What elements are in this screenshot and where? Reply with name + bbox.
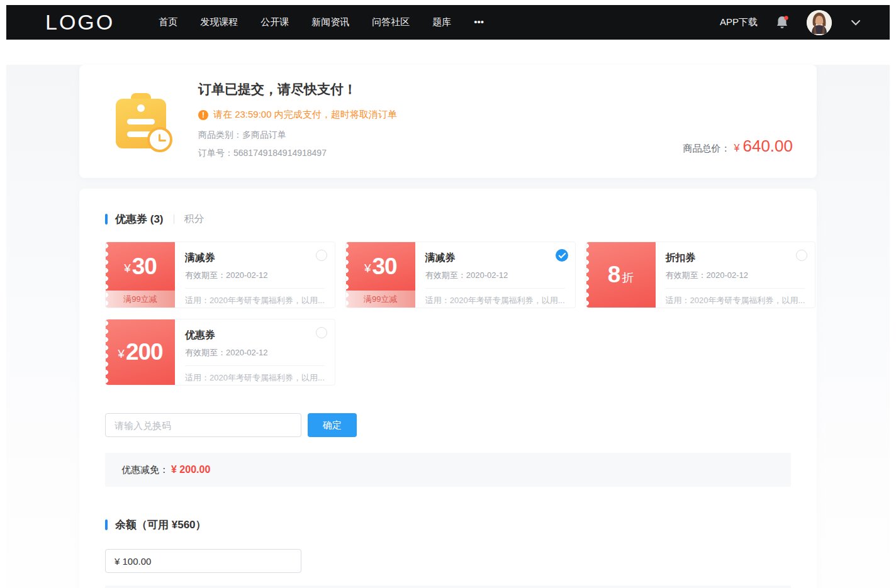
coupon-scope: 适用：2020年考研专属福利券，以用... bbox=[185, 372, 325, 384]
user-avatar[interactable] bbox=[807, 10, 832, 35]
app-download-link[interactable]: APP下载 bbox=[720, 16, 758, 28]
coupon-radio-unselected[interactable] bbox=[796, 250, 807, 261]
coupon-card-200-voucher[interactable]: ¥ 200 优惠券 有效期至：2020-02-12 适用：2020年考研专属福利… bbox=[105, 319, 335, 386]
nav-item-question-bank[interactable]: 题库 bbox=[432, 16, 451, 28]
order-category: 商品类别：多商品订单 bbox=[198, 130, 397, 141]
warning-icon: ! bbox=[198, 110, 208, 120]
clock-icon bbox=[147, 127, 172, 152]
discount-summary-strip: 优惠减免： ¥ 200.00 bbox=[105, 453, 791, 487]
logo[interactable]: LOGO bbox=[45, 10, 115, 35]
tab-points[interactable]: 积分 bbox=[184, 213, 204, 226]
tab-coupons[interactable]: 优惠券 (3) bbox=[115, 212, 164, 226]
next-summary-strip bbox=[105, 585, 791, 588]
nav-links: 首页 发现课程 公开课 新闻资讯 问答社区 题库 ••• bbox=[159, 16, 484, 28]
coupon-seal: ¥ 30 满99立减 bbox=[346, 242, 415, 308]
tab-divider bbox=[174, 214, 174, 224]
balance-section-header: 余额（可用 ¥560） bbox=[105, 518, 791, 532]
notification-bell-icon[interactable] bbox=[775, 15, 789, 30]
nav-item-qa-community[interactable]: 问答社区 bbox=[372, 16, 410, 28]
coupon-validity: 有效期至：2020-02-12 bbox=[666, 270, 805, 281]
nav-item-news[interactable]: 新闻资讯 bbox=[311, 16, 349, 28]
coupon-title: 折扣券 bbox=[666, 252, 805, 265]
page-background: 订单已提交，请尽快支付！ ! 请在 23:59:00 内完成支付，超时将取消订单… bbox=[6, 65, 890, 588]
nav-item-home[interactable]: 首页 bbox=[159, 16, 177, 28]
coupon-title: 满减券 bbox=[425, 252, 565, 265]
discount-value: ¥ 200.00 bbox=[171, 464, 210, 475]
coupon-scope: 适用：2020年考研专属福利券，以用... bbox=[425, 295, 565, 306]
coupon-card-30-full-reduction-selected[interactable]: ¥ 30 满99立减 满减券 有效期至：2020-02-12 适用：2020年考… bbox=[345, 241, 576, 308]
coupon-condition: 满99立减 bbox=[106, 291, 175, 308]
coupon-scope: 适用：2020年考研专属福利券，以用... bbox=[666, 295, 805, 306]
coupon-section-header: 优惠券 (3) 积分 bbox=[105, 212, 791, 226]
coupon-condition: 满99立减 bbox=[346, 291, 415, 308]
order-summary-card: 订单已提交，请尽快支付！ ! 请在 23:59:00 内完成支付，超时将取消订单… bbox=[79, 65, 817, 178]
order-number: 订单号：5681749184914918497 bbox=[198, 148, 397, 159]
order-clipboard-icon bbox=[116, 93, 170, 151]
coupon-currency: ¥ bbox=[124, 262, 131, 275]
coupon-title: 优惠券 bbox=[185, 329, 325, 342]
total-price-label: 商品总价： bbox=[683, 143, 731, 155]
coupon-amount: 30 bbox=[132, 253, 157, 280]
coupon-seal: 8 折 bbox=[586, 242, 656, 308]
coupon-validity: 有效期至：2020-02-12 bbox=[425, 270, 565, 281]
balance-amount-input[interactable] bbox=[105, 549, 301, 573]
discount-label: 优惠减免： bbox=[121, 464, 169, 476]
order-total-price: 商品总价： ¥ 640.00 bbox=[683, 136, 793, 156]
nav-item-open-courses[interactable]: 公开课 bbox=[260, 16, 289, 28]
coupon-amount: 200 bbox=[126, 339, 163, 365]
nav-right-cluster: APP下载 bbox=[720, 10, 861, 35]
coupon-seal: ¥ 30 满99立减 bbox=[106, 242, 175, 308]
coupon-card-30-full-reduction[interactable]: ¥ 30 满99立减 满减券 有效期至：2020-02-12 适用：2020年考… bbox=[105, 241, 335, 308]
coupon-title: 满减券 bbox=[185, 252, 325, 265]
coupon-check-icon-selected[interactable] bbox=[556, 249, 568, 262]
warning-text: 请在 23:59:00 内完成支付，超时将取消订单 bbox=[213, 109, 397, 121]
coupon-grid: ¥ 30 满99立减 满减券 有效期至：2020-02-12 适用：2020年考… bbox=[105, 241, 791, 386]
redeem-code-input[interactable] bbox=[105, 413, 301, 437]
coupon-validity: 有效期至：2020-02-12 bbox=[185, 270, 325, 281]
currency-symbol: ¥ bbox=[734, 143, 740, 154]
section-accent-bar bbox=[105, 214, 108, 225]
coupon-seal: ¥ 200 bbox=[106, 319, 175, 385]
redeem-code-row: 确定 bbox=[105, 413, 791, 437]
section-accent-bar bbox=[105, 519, 108, 530]
order-submitted-title: 订单已提交，请尽快支付！ bbox=[198, 80, 397, 98]
top-navbar: LOGO 首页 发现课程 公开课 新闻资讯 问答社区 题库 ••• APP下载 bbox=[6, 5, 890, 40]
confirm-button[interactable]: 确定 bbox=[308, 413, 357, 437]
coupon-validity: 有效期至：2020-02-12 bbox=[185, 347, 325, 358]
coupon-amount: 8 bbox=[608, 262, 620, 288]
payment-deadline-warning: ! 请在 23:59:00 内完成支付，超时将取消订单 bbox=[198, 109, 397, 121]
total-price-value: 640.00 bbox=[742, 136, 793, 156]
coupon-radio-unselected[interactable] bbox=[316, 250, 327, 261]
coupon-radio-unselected[interactable] bbox=[316, 327, 327, 338]
coupon-amount: 30 bbox=[372, 253, 396, 280]
payment-options-card: 优惠券 (3) 积分 ¥ 30 满99立减 满减券 有效 bbox=[79, 189, 817, 588]
balance-title: 余额（可用 ¥560） bbox=[115, 518, 206, 532]
nav-item-more-icon[interactable]: ••• bbox=[474, 16, 484, 28]
coupon-scope: 适用：2020年考研专属福利券，以用... bbox=[185, 295, 325, 306]
nav-item-discover-courses[interactable]: 发现课程 bbox=[200, 16, 238, 28]
coupon-currency: ¥ bbox=[364, 262, 371, 275]
coupon-card-80-percent-discount[interactable]: 8 折 折扣券 有效期至：2020-02-12 适用：2020年考研专属福利券，… bbox=[586, 241, 816, 308]
chevron-down-icon[interactable] bbox=[851, 17, 861, 28]
coupon-amount-unit: 折 bbox=[622, 270, 634, 286]
coupon-currency: ¥ bbox=[118, 347, 125, 361]
